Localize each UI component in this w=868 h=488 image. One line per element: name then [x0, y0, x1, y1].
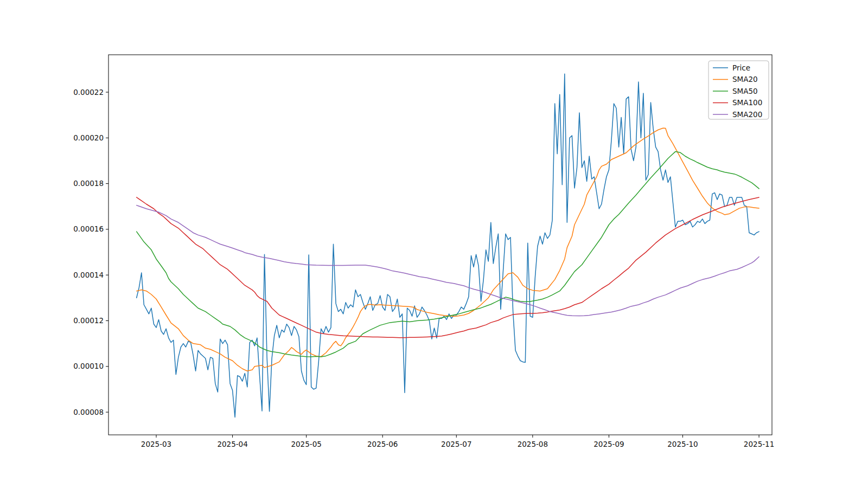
legend-label: SMA100: [732, 98, 762, 107]
x-tick-label: 2025-06: [367, 440, 398, 448]
x-tick-label: 2025-11: [744, 440, 774, 448]
y-tick-label: 0.00014: [73, 271, 104, 279]
x-tick-label: 2025-05: [291, 440, 321, 448]
x-tick-label: 2025-08: [518, 440, 548, 448]
y-tick-label: 0.00016: [73, 224, 104, 233]
y-tick-label: 0.00018: [73, 179, 104, 188]
y-tick-label: 0.00010: [73, 362, 104, 370]
x-tick-label: 2025-09: [593, 440, 624, 448]
y-tick-label: 0.00020: [73, 133, 104, 142]
legend-label: SMA50: [732, 87, 758, 95]
x-tick-label: 2025-04: [217, 440, 247, 448]
x-tick-label: 2025-10: [667, 440, 698, 448]
y-tick-label: 0.00022: [73, 88, 104, 97]
legend: PriceSMA20SMA50SMA100SMA200: [709, 61, 769, 119]
chart-canvas: 0.000080.000100.000120.000140.000160.000…: [0, 0, 868, 488]
figure: 0.000080.000100.000120.000140.000160.000…: [0, 0, 868, 488]
legend-label: Price: [732, 63, 750, 72]
x-tick-label: 2025-07: [441, 440, 471, 448]
y-tick-label: 0.00012: [73, 316, 104, 325]
x-tick-label: 2025-03: [141, 440, 171, 448]
legend-label: SMA20: [732, 75, 758, 84]
legend-label: SMA200: [732, 110, 762, 119]
y-tick-label: 0.00008: [73, 408, 104, 416]
